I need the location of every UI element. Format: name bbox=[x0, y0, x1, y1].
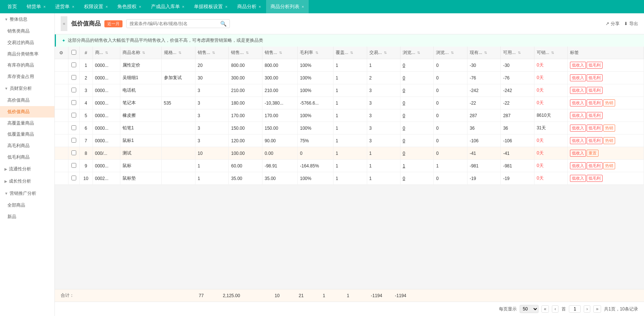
cell-view1[interactable]: 0 bbox=[400, 84, 433, 97]
nav-role-auth[interactable]: 角色授权 × bbox=[113, 0, 145, 13]
sort-icon[interactable]: ⇅ bbox=[105, 51, 108, 55]
row-checkbox[interactable] bbox=[71, 75, 76, 80]
row-checkbox[interactable] bbox=[71, 176, 76, 180]
nav-product-analysis[interactable]: 商品分析 × bbox=[233, 0, 265, 13]
row-checkbox[interactable] bbox=[71, 100, 76, 105]
view1-link[interactable]: 0 bbox=[403, 151, 405, 156]
sort-icon[interactable]: ⇅ bbox=[484, 51, 487, 55]
nav-home[interactable]: 首页 bbox=[3, 0, 21, 13]
cell-checkbox[interactable] bbox=[68, 72, 79, 84]
cell-checkbox[interactable] bbox=[68, 147, 79, 160]
next-page-button[interactable]: › bbox=[584, 305, 590, 313]
sidebar-item-traded-goods[interactable]: 交易过的商品 bbox=[0, 37, 54, 48]
close-icon[interactable]: × bbox=[72, 0, 74, 13]
sidebar-item-high-margin[interactable]: 高毛利商品 bbox=[0, 140, 54, 152]
sidebar-collapse-button[interactable]: « bbox=[61, 16, 67, 31]
cell-checkbox[interactable] bbox=[68, 84, 79, 97]
close-icon[interactable]: × bbox=[105, 0, 108, 13]
sidebar-group-growth[interactable]: ▶ 成长性分析 bbox=[0, 175, 54, 187]
sort-icon[interactable]: ⇅ bbox=[279, 51, 282, 55]
page-number-input[interactable] bbox=[569, 305, 581, 313]
sort-icon[interactable]: ⇅ bbox=[212, 51, 215, 55]
view1-link[interactable]: 0 bbox=[403, 75, 405, 81]
nav-sales[interactable]: 销货单 × bbox=[22, 0, 50, 13]
sort-icon[interactable]: ⇅ bbox=[315, 51, 318, 55]
nav-template-settings[interactable]: 单据模板设置 × bbox=[189, 0, 232, 13]
sidebar-group-overview[interactable]: ▼ 整体信息 bbox=[0, 13, 54, 26]
filter-tag-button[interactable]: 近一月 bbox=[104, 20, 123, 27]
view1-link[interactable]: 1 bbox=[403, 163, 405, 169]
nav-product-analysis-list[interactable]: 商品分析列表 × bbox=[266, 0, 308, 13]
sort-icon[interactable]: ⇅ bbox=[142, 51, 145, 55]
close-icon[interactable]: × bbox=[182, 0, 184, 13]
share-button[interactable]: ↗ 分享 bbox=[606, 21, 620, 27]
sort-icon[interactable]: ⇅ bbox=[246, 51, 249, 55]
cell-view1[interactable]: 0 bbox=[400, 59, 433, 72]
sidebar-item-stocked-goods[interactable]: 有库存的商品 bbox=[0, 60, 54, 71]
select-all-checkbox[interactable] bbox=[71, 50, 76, 55]
sidebar-item-low-value[interactable]: 低价值商品 bbox=[0, 106, 54, 118]
cell-view1[interactable]: 1 bbox=[400, 160, 433, 172]
sidebar-group-marketing[interactable]: ▼ 营销推广分析 bbox=[0, 187, 54, 200]
cell-checkbox[interactable] bbox=[68, 172, 79, 185]
cell-checkbox[interactable] bbox=[68, 59, 79, 72]
search-input[interactable] bbox=[130, 21, 218, 26]
view1-link[interactable]: 0 bbox=[403, 101, 405, 106]
view1-link[interactable]: 0 bbox=[403, 63, 405, 68]
cell-view1[interactable]: 0 bbox=[400, 72, 433, 84]
sort-icon[interactable]: ⇅ bbox=[384, 51, 387, 55]
row-checkbox[interactable] bbox=[71, 88, 76, 92]
close-icon[interactable]: × bbox=[259, 0, 261, 13]
nav-product-storage[interactable]: 产成品入库单 × bbox=[147, 0, 189, 13]
row-checkbox[interactable] bbox=[71, 138, 76, 143]
view1-link[interactable]: 0 bbox=[403, 176, 405, 181]
sort-icon[interactable]: ⇅ bbox=[518, 51, 521, 55]
sidebar-item-new-goods[interactable]: 新品 bbox=[0, 211, 54, 222]
sidebar-item-high-value[interactable]: 高价值商品 bbox=[0, 95, 54, 106]
view1-link[interactable]: 0 bbox=[403, 126, 405, 131]
sidebar-item-high-coverage[interactable]: 高覆盖量商品 bbox=[0, 118, 54, 129]
col-checkbox-header[interactable] bbox=[68, 47, 79, 59]
sort-icon[interactable]: ⇅ bbox=[178, 51, 181, 55]
prev-page-button[interactable]: ‹ bbox=[552, 305, 559, 313]
last-page-button[interactable]: » bbox=[593, 305, 601, 313]
cell-checkbox[interactable] bbox=[68, 97, 79, 109]
cell-view1[interactable]: 0 bbox=[400, 97, 433, 109]
row-checkbox[interactable] bbox=[71, 150, 76, 155]
sort-icon[interactable]: ⇅ bbox=[417, 51, 420, 55]
row-checkbox[interactable] bbox=[71, 125, 76, 130]
sort-icon[interactable]: ⇅ bbox=[350, 51, 353, 55]
row-checkbox[interactable] bbox=[71, 113, 76, 118]
view1-link[interactable]: 0 bbox=[403, 88, 405, 93]
nav-purchase[interactable]: 进货单 × bbox=[51, 0, 78, 13]
close-icon[interactable]: × bbox=[225, 0, 227, 13]
cell-view1[interactable]: 0 bbox=[400, 172, 433, 185]
sidebar-group-financial[interactable]: ▼ 员财室分析 bbox=[0, 82, 54, 95]
sidebar-group-circulation[interactable]: ▶ 流通性分析 bbox=[0, 163, 54, 175]
cell-checkbox[interactable] bbox=[68, 109, 79, 122]
col-gear[interactable]: ⚙ bbox=[55, 47, 68, 59]
row-checkbox[interactable] bbox=[71, 62, 76, 67]
sidebar-item-all-goods[interactable]: 全部商品 bbox=[0, 200, 54, 211]
view1-link[interactable]: 0 bbox=[403, 138, 405, 143]
sidebar-item-sales-goods[interactable]: 销售类商品 bbox=[0, 26, 54, 37]
close-icon[interactable]: × bbox=[139, 0, 141, 13]
sort-icon[interactable]: ⇅ bbox=[551, 51, 554, 55]
per-page-select[interactable]: 50 100 200 bbox=[520, 305, 539, 313]
cell-view1[interactable]: 0 bbox=[400, 147, 433, 160]
export-button[interactable]: ⬇ 导出 bbox=[624, 21, 638, 27]
sort-icon[interactable]: ⇅ bbox=[451, 51, 454, 55]
sidebar-item-category-sales-rate[interactable]: 商品分类销售率 bbox=[0, 48, 54, 60]
close-icon[interactable]: × bbox=[302, 0, 304, 13]
sidebar-item-inventory-capital[interactable]: 库存资金占用 bbox=[0, 71, 54, 82]
view1-link[interactable]: 0 bbox=[403, 113, 405, 118]
cell-view1[interactable]: 0 bbox=[400, 135, 433, 147]
row-checkbox[interactable] bbox=[71, 163, 76, 168]
sidebar-item-low-coverage[interactable]: 低覆盖量商品 bbox=[0, 129, 54, 140]
cell-checkbox[interactable] bbox=[68, 135, 79, 147]
nav-permission[interactable]: 权限设置 × bbox=[80, 0, 112, 13]
cell-view1[interactable]: 0 bbox=[400, 109, 433, 122]
cell-checkbox[interactable] bbox=[68, 122, 79, 135]
cell-view1[interactable]: 0 bbox=[400, 122, 433, 135]
sidebar-item-low-margin[interactable]: 低毛利商品 bbox=[0, 152, 54, 163]
